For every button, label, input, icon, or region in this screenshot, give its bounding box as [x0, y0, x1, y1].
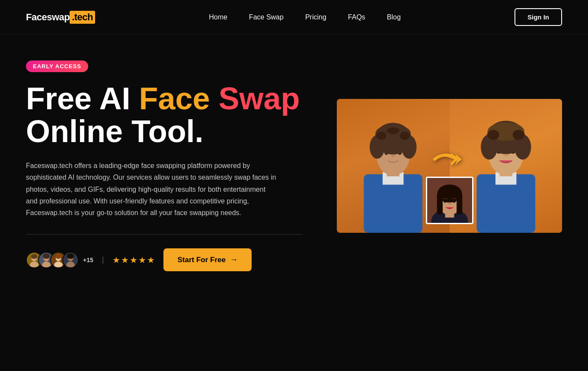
logo-tech: .tech — [70, 11, 95, 24]
nav-item-faqs[interactable]: FAQs — [348, 13, 365, 21]
navbar: Faceswap.tech Home Face Swap Pricing FAQ… — [0, 0, 588, 35]
hero-content: EARLY ACCESS Free AI Face Swap Online To… — [26, 60, 303, 271]
star-3: ★ — [130, 255, 137, 265]
hero-section: EARLY ACCESS Free AI Face Swap Online To… — [0, 35, 588, 306]
hero-title-swap: Swap — [210, 81, 300, 116]
logo-brand: Faceswap — [26, 12, 70, 23]
svg-point-42 — [512, 130, 524, 140]
hero-description: Faceswap.tech offers a leading-edge face… — [26, 160, 277, 219]
svg-point-27 — [400, 132, 410, 140]
nav-link-home[interactable]: Home — [209, 13, 227, 21]
separator: | — [102, 255, 104, 264]
svg-point-15 — [67, 253, 74, 259]
hero-title-face: Face — [139, 81, 210, 116]
nav-link-blog[interactable]: Blog — [387, 13, 401, 21]
nav-item-face-swap[interactable]: Face Swap — [249, 13, 284, 21]
logo[interactable]: Faceswap.tech — [26, 11, 95, 24]
nav-item-pricing[interactable]: Pricing — [305, 13, 326, 21]
early-access-badge: EARLY ACCESS — [26, 60, 88, 72]
nav-link-pricing[interactable]: Pricing — [305, 13, 326, 21]
nav-item-home[interactable]: Home — [209, 13, 227, 21]
star-5: ★ — [147, 255, 155, 265]
star-1: ★ — [112, 255, 120, 265]
nav-link-faqs[interactable]: FAQs — [348, 13, 365, 21]
hero-title-line2: Online Tool. — [26, 114, 204, 149]
face-swap-demo — [337, 99, 562, 233]
svg-rect-51 — [457, 192, 462, 215]
content-divider — [26, 234, 303, 235]
svg-point-41 — [487, 130, 499, 140]
sign-in-button[interactable]: Sign In — [514, 8, 562, 26]
avatar-4 — [62, 252, 79, 268]
svg-point-26 — [377, 132, 387, 140]
svg-point-3 — [31, 254, 37, 259]
hero-title-free-ai: Free AI — [26, 81, 139, 116]
hero-image — [337, 99, 562, 233]
svg-point-7 — [43, 253, 50, 259]
cta-row: +15 | ★ ★ ★ ★ ★ Start For Free → — [26, 248, 303, 271]
demo-images — [337, 99, 562, 233]
svg-point-11 — [55, 254, 61, 259]
star-rating: ★ ★ ★ ★ ★ — [112, 255, 155, 265]
star-2: ★ — [121, 255, 129, 265]
avatar-count: +15 — [83, 257, 93, 263]
user-avatars: +15 — [26, 252, 93, 268]
nav-link-face-swap[interactable]: Face Swap — [249, 13, 284, 21]
arrow-icon: → — [230, 255, 238, 264]
start-btn-label: Start For Free — [177, 256, 225, 264]
nav-item-blog[interactable]: Blog — [387, 13, 401, 21]
svg-point-28 — [387, 127, 399, 134]
start-for-free-button[interactable]: Start For Free → — [163, 248, 251, 271]
celebrity-inset-photo — [426, 177, 473, 224]
svg-rect-50 — [437, 192, 442, 215]
star-4: ★ — [138, 255, 146, 265]
nav-links: Home Face Swap Pricing FAQs Blog — [209, 13, 401, 21]
hero-title: Free AI Face Swap Online Tool. — [26, 82, 303, 148]
